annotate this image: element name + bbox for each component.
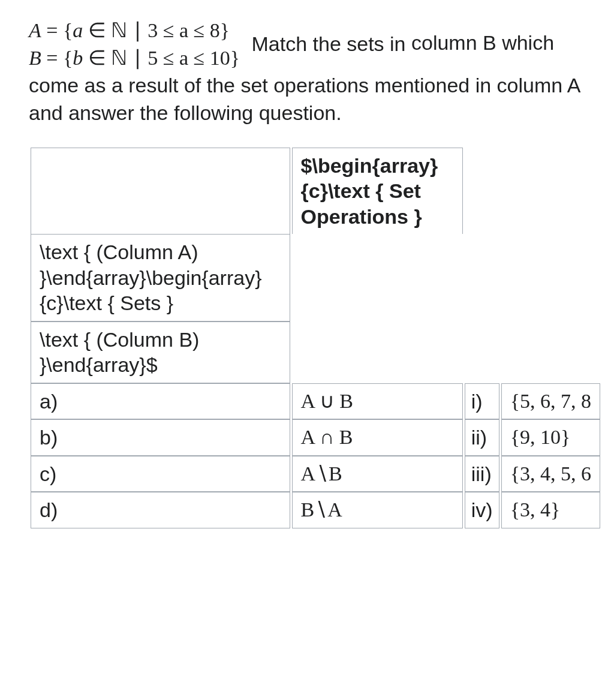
table-row: b) A ∩ B ii) {9, 10} bbox=[31, 419, 600, 456]
row-label: c) bbox=[31, 456, 290, 492]
table-row: c) A∖B iii) {3, 4, 5, 6 bbox=[31, 456, 600, 492]
match-text: Match the sets in bbox=[252, 32, 406, 55]
set-a-definition: A = {a ∈ ℕ ∣ 3 ≤ a ≤ 8} bbox=[29, 17, 240, 44]
header-cell-blank bbox=[31, 148, 290, 235]
header-col-a-part2: \text { (Column B) }\end{array}$ bbox=[31, 322, 290, 383]
row-label: b) bbox=[31, 419, 290, 456]
result-set: {3, 4} bbox=[501, 492, 600, 528]
roman-label: i) bbox=[465, 383, 499, 420]
set-operation: B∖A bbox=[292, 492, 463, 528]
result-set: {9, 10} bbox=[501, 419, 600, 456]
roman-label: iv) bbox=[465, 492, 499, 528]
question-text: A = {a ∈ ℕ ∣ 3 ≤ a ≤ 8} B = {b ∈ ℕ ∣ 5 ≤… bbox=[29, 17, 602, 127]
table-row: a) A ∪ B i) {5, 6, 7, 8 bbox=[31, 383, 600, 420]
row-label: d) bbox=[31, 492, 290, 528]
roman-label: ii) bbox=[465, 419, 499, 456]
set-b-definition: B = {b ∈ ℕ ∣ 5 ≤ a ≤ 10} bbox=[29, 44, 240, 72]
roman-label: iii) bbox=[465, 456, 499, 492]
set-operation: A ∩ B bbox=[292, 419, 463, 456]
header-set-operations: $\begin{array}{c}\text { Set Operations … bbox=[292, 148, 463, 235]
set-definitions: A = {a ∈ ℕ ∣ 3 ≤ a ≤ 8} B = {b ∈ ℕ ∣ 5 ≤… bbox=[29, 17, 246, 72]
result-set: {3, 4, 5, 6 bbox=[501, 456, 600, 492]
header-col-a-part1: \text { (Column A) }\end{array}\begin{ar… bbox=[31, 234, 290, 322]
set-operation: A ∪ B bbox=[292, 383, 463, 420]
result-set: {5, 6, 7, 8 bbox=[501, 383, 600, 420]
table-row: d) B∖A iv) {3, 4} bbox=[31, 492, 600, 528]
row-label: a) bbox=[31, 383, 290, 420]
set-operation: A∖B bbox=[292, 456, 463, 492]
matching-table: $\begin{array}{c}\text { Set Operations … bbox=[29, 148, 602, 528]
